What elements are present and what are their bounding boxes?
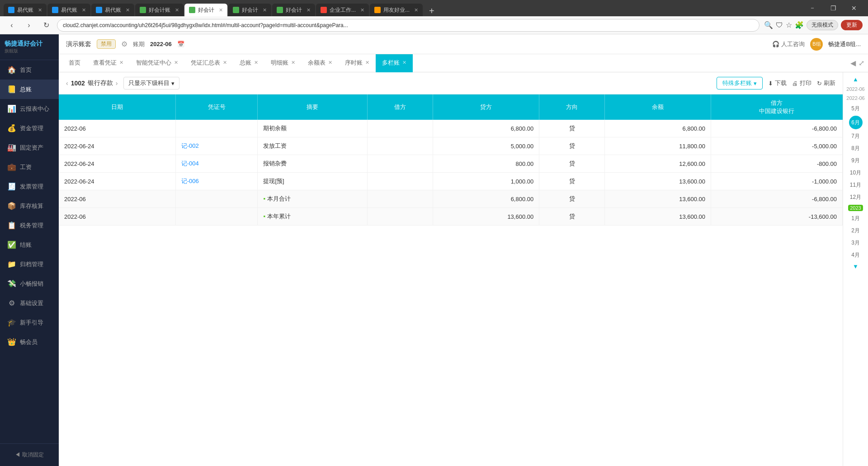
browser-tab-9[interactable]: 用友好业... ✕ <box>370 4 423 16</box>
sidebar-item-funds[interactable]: 💰 资金管理 <box>0 118 59 138</box>
col-header-voucher: 凭证号 <box>175 94 258 120</box>
filter-select[interactable]: 只显示下级科目 ▾ <box>123 77 179 89</box>
date-month-6-active[interactable]: 6月 <box>849 116 863 129</box>
shield-icon[interactable]: 🛡 <box>776 21 783 29</box>
period-label: 账期 <box>133 40 145 48</box>
sidebar-item-invoice[interactable]: 🧾 发票管理 <box>0 177 59 196</box>
calendar-icon[interactable]: 📅 <box>177 41 184 47</box>
browser-tab-8[interactable]: 企业工作... ✕ <box>316 4 369 16</box>
next-account-button[interactable]: › <box>116 80 118 87</box>
sidebar-item-inventory[interactable]: 📦 库存核算 <box>0 196 59 216</box>
cell-voucher-2[interactable]: 记-004 <box>175 155 258 173</box>
window-minimize-btn[interactable]: － <box>802 0 823 16</box>
browser-tab-6[interactable]: 好会计 ✕ <box>228 4 271 16</box>
prev-account-button[interactable]: ‹ <box>66 80 68 87</box>
update-button[interactable]: 更新 <box>841 20 863 30</box>
tab-close-8[interactable]: ✕ <box>360 7 364 13</box>
tab-close-6[interactable]: ✕ <box>263 7 267 13</box>
tab-balance-sheet[interactable]: 余额表 ✕ <box>302 54 339 72</box>
sidebar-item-tax[interactable]: 📋 税务管理 <box>0 216 59 235</box>
date-month-8[interactable]: 8月 <box>843 142 868 155</box>
cell-voucher-3[interactable]: 记-006 <box>175 173 258 190</box>
refresh-button[interactable]: ↻ 刷新 <box>817 79 835 87</box>
browser-tab-4[interactable]: 好会计账 ✕ <box>135 4 184 16</box>
browser-tab-3[interactable]: 易代账 ✕ <box>91 4 134 16</box>
tab-smart-vouchers[interactable]: 智能凭证中心 ✕ <box>130 54 184 72</box>
window-maximize-btn[interactable]: ❐ <box>823 0 844 16</box>
tab-voucher-summary-close[interactable]: ✕ <box>223 60 227 66</box>
browser-tab-7[interactable]: 好会计 ✕ <box>272 4 315 16</box>
tab-vouchers-close[interactable]: ✕ <box>119 60 123 66</box>
sidebar-item-member[interactable]: 👑 畅会员 <box>0 332 59 352</box>
tab-close-1[interactable]: ✕ <box>38 7 42 13</box>
tab-close-2[interactable]: ✕ <box>82 7 86 13</box>
voucher-link-3[interactable]: 记-006 <box>181 178 199 184</box>
date-month-5[interactable]: 5月 <box>843 103 868 115</box>
year-2023-badge[interactable]: 2023 <box>848 205 863 211</box>
forward-button[interactable]: › <box>23 19 35 32</box>
tab-close-5[interactable]: ✕ <box>219 7 223 13</box>
sidebar-item-home[interactable]: 🏠 首页 <box>0 60 59 80</box>
settings-gear-icon[interactable]: ⚙ <box>121 40 127 48</box>
tab-close-3[interactable]: ✕ <box>126 7 130 13</box>
sidebar-item-reports[interactable]: 📊 云报表中心 <box>0 99 59 118</box>
multi-col-button[interactable]: 特殊多栏账 ▾ <box>717 77 763 89</box>
tab-multi-col[interactable]: 多栏账 ✕ <box>376 54 413 72</box>
sidebar-item-guide[interactable]: 🎓 新手引导 <box>0 313 59 332</box>
browser-tab-5[interactable]: 好会计 ✕ <box>184 4 227 16</box>
sidebar-item-close-accounts[interactable]: ✅ 结账 <box>0 235 59 254</box>
tab-close-4[interactable]: ✕ <box>175 7 179 13</box>
tab-vouchers[interactable]: 查看凭证 ✕ <box>87 54 130 72</box>
tab-voucher-summary[interactable]: 凭证汇总表 ✕ <box>184 54 233 72</box>
voucher-link-2[interactable]: 记-004 <box>181 160 199 167</box>
sidebar-item-expense[interactable]: 💸 小畅报销 <box>0 274 59 293</box>
sidebar-item-settings[interactable]: ⚙ 基础设置 <box>0 293 59 313</box>
tab-journal-close[interactable]: ✕ <box>365 60 369 66</box>
date-month-11[interactable]: 11月 <box>843 179 868 191</box>
search-icon[interactable]: 🔍 <box>764 21 773 29</box>
date-panel-down-arrow[interactable]: ▼ <box>853 261 859 272</box>
wuhen-mode-button[interactable]: 无痕模式 <box>807 20 838 30</box>
cancel-pin-button[interactable]: ◀ 取消固定 <box>5 448 54 461</box>
tab-detail-ledger[interactable]: 明细账 ✕ <box>264 54 302 72</box>
expand-icon[interactable]: ⤢ <box>859 59 864 67</box>
browser-tab-2[interactable]: 易代账 ✕ <box>47 4 90 16</box>
date-month-2023-3[interactable]: 3月 <box>843 237 868 249</box>
collapse-left-icon[interactable]: ◀ <box>850 59 856 67</box>
tab-general-ledger[interactable]: 总账 ✕ <box>233 54 264 72</box>
service-button[interactable]: 🎧 人工咨询 <box>772 40 805 48</box>
tab-close-7[interactable]: ✕ <box>307 7 311 13</box>
browser-tab-1[interactable]: 易代账 ✕ <box>4 4 47 16</box>
refresh-button[interactable]: ↻ <box>40 19 52 32</box>
date-month-7[interactable]: 7月 <box>843 130 868 142</box>
cell-voucher-1[interactable]: 记-002 <box>175 137 258 155</box>
tab-home[interactable]: 首页 <box>62 54 87 72</box>
date-month-9[interactable]: 9月 <box>843 155 868 167</box>
sidebar-item-payroll[interactable]: 💼 工资 <box>0 157 59 177</box>
date-month-2023-2[interactable]: 2月 <box>843 225 868 237</box>
date-panel-up-arrow[interactable]: ▲ <box>853 74 859 85</box>
tab-smart-vouchers-close[interactable]: ✕ <box>174 60 178 66</box>
date-month-10[interactable]: 10月 <box>843 167 868 179</box>
date-month-2023-4[interactable]: 4月 <box>843 249 868 261</box>
sidebar-item-assets[interactable]: 🏭 固定资产 <box>0 138 59 157</box>
sidebar-item-ledger[interactable]: 📒 总账 <box>0 80 59 99</box>
print-button[interactable]: 🖨 打印 <box>792 79 811 87</box>
date-month-12[interactable]: 12月 <box>843 191 868 203</box>
sidebar-item-archive[interactable]: 📁 归档管理 <box>0 254 59 274</box>
new-tab-button[interactable]: + <box>426 6 437 16</box>
voucher-link-1[interactable]: 记-002 <box>181 142 199 149</box>
back-button[interactable]: ‹ <box>5 19 18 32</box>
star-icon[interactable]: ☆ <box>786 21 792 29</box>
tab-general-ledger-close[interactable]: ✕ <box>254 60 258 66</box>
tab-close-9[interactable]: ✕ <box>414 7 418 13</box>
tab-multi-col-close[interactable]: ✕ <box>402 60 406 66</box>
download-button[interactable]: ⬇ 下载 <box>768 79 787 87</box>
tab-balance-sheet-close[interactable]: ✕ <box>328 60 332 66</box>
extensions-icon[interactable]: 🧩 <box>795 21 804 29</box>
tab-journal[interactable]: 序时账 ✕ <box>339 54 376 72</box>
date-month-2023-1[interactable]: 1月 <box>843 212 868 225</box>
address-input[interactable] <box>57 19 760 32</box>
window-close-btn[interactable]: ✕ <box>844 0 864 16</box>
tab-detail-ledger-close[interactable]: ✕ <box>291 60 295 66</box>
